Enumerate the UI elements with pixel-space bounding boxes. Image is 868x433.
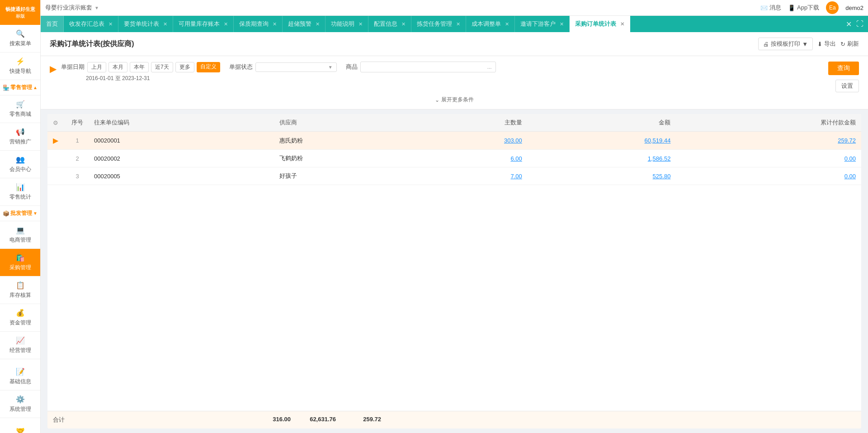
footer-label: 合计 xyxy=(53,416,65,424)
sidebar-item-purchase[interactable]: 🛍️ 采购管理 xyxy=(0,249,41,276)
quick-nav-icon: ⚡ xyxy=(16,57,25,66)
date-label: 单据日期 xyxy=(61,63,85,71)
row2-amount[interactable]: 1,586.52 xyxy=(528,150,676,167)
tab-function-desc-close[interactable]: ✕ xyxy=(359,21,363,27)
sidebar-item-member[interactable]: 👥 会员中心 xyxy=(0,151,41,178)
tab-config-info-close[interactable]: ✕ xyxy=(401,21,406,27)
row3-num: 3 xyxy=(66,167,89,185)
settings-button[interactable]: 设置 xyxy=(835,80,859,92)
tab-home[interactable]: 首页 xyxy=(41,16,64,32)
sidebar-item-system[interactable]: ⚙️ 系统管理 xyxy=(0,390,41,418)
sidebar-item-quick-nav[interactable]: ⚡ 快捷导航 xyxy=(0,52,41,80)
enterprise-icon: 🤝 xyxy=(16,426,25,433)
tab-config-info[interactable]: 配置信息 ✕ xyxy=(368,16,411,32)
data-table: ⚙ 序号 往来单位编码 供应商 xyxy=(47,114,861,185)
tab-expiry-query[interactable]: 保质期查询 ✕ xyxy=(234,16,283,32)
col-settings[interactable]: ⚙ xyxy=(47,114,66,132)
date-range-display: 2016-01-01 至 2023-12-31 xyxy=(61,75,817,82)
row2-expand[interactable] xyxy=(47,150,66,167)
stock-icon: 📋 xyxy=(16,281,25,290)
avatar[interactable]: Ea xyxy=(826,1,839,14)
row3-expand[interactable] xyxy=(47,167,66,185)
tab-pick-task[interactable]: 拣货任务管理 ✕ xyxy=(411,16,466,32)
filter-date-item: 单据日期 上月 本月 本年 近7天 更多 自定义 xyxy=(61,62,220,72)
goods-more-icon: ... xyxy=(487,64,492,70)
date-btn-last-7days[interactable]: 近7天 xyxy=(151,62,173,72)
export-button[interactable]: ⬇ 导出 xyxy=(817,40,836,48)
logo-text: 畅捷通好生意标版 xyxy=(5,6,35,19)
tab-bar-actions: ✕ ⛶ xyxy=(841,20,868,29)
query-button[interactable]: 查询 xyxy=(828,62,859,75)
row2-paid[interactable]: 0.00 xyxy=(676,150,861,167)
date-custom-tag[interactable]: 自定义 xyxy=(197,62,220,72)
tab-maximize-btn[interactable]: ⛶ xyxy=(856,20,863,28)
export-icon: ⬇ xyxy=(817,41,822,48)
date-btn-this-month[interactable]: 本月 xyxy=(108,62,127,72)
tab-invite-downstream-close[interactable]: ✕ xyxy=(560,21,564,27)
col-code: 往来单位编码 xyxy=(89,114,274,132)
row3-amount[interactable]: 525.80 xyxy=(528,167,676,185)
goods-label: 商品 xyxy=(346,63,358,71)
sidebar-item-finance[interactable]: 💰 资金管理 xyxy=(0,304,41,332)
wholesale-icon: 📦 xyxy=(3,210,9,217)
tab-overstock[interactable]: 超储预警 ✕ xyxy=(283,16,326,32)
goods-select[interactable]: ... xyxy=(360,62,496,72)
row3-paid[interactable]: 0.00 xyxy=(676,167,861,185)
message-btn[interactable]: ✉️ 消息 xyxy=(760,4,781,12)
tab-collect-send[interactable]: 收发存汇总表 ✕ xyxy=(64,16,118,32)
row1-paid[interactable]: 259.72 xyxy=(676,132,861,150)
table-row: 2 00020002 飞鹤奶粉 6.00 1,586.52 0.00 xyxy=(47,150,861,167)
sidebar-item-operation[interactable]: 📈 经营管理 xyxy=(0,332,41,359)
sidebar-item-search[interactable]: 🔍 搜索菜单 xyxy=(0,25,41,52)
tab-collect-send-label: 收发存汇总表 xyxy=(69,20,104,28)
operation-icon: 📈 xyxy=(16,336,25,345)
refresh-button[interactable]: ↻ 刷新 xyxy=(840,40,859,48)
tab-available-stock-close[interactable]: ✕ xyxy=(224,21,228,27)
row1-quantity[interactable]: 303.00 xyxy=(412,132,528,150)
sidebar-item-ecommerce[interactable]: 💻 电商管理 xyxy=(0,221,41,249)
sidebar-item-retail[interactable]: 🏪 零售管理 ▲ xyxy=(0,80,41,95)
marketing-icon: 📢 xyxy=(16,128,25,136)
table-header-row: ⚙ 序号 往来单位编码 供应商 xyxy=(47,114,861,132)
sidebar-item-retail-stats[interactable]: 📊 零售统计 xyxy=(0,178,41,206)
print-button[interactable]: 🖨 按模板打印 ▼ xyxy=(758,38,813,50)
status-select[interactable]: ▼ xyxy=(255,62,337,72)
filter-collapse-btn[interactable]: ▶ xyxy=(50,63,57,74)
tab-function-desc[interactable]: 功能说明 ✕ xyxy=(326,16,368,32)
tab-expiry-query-close[interactable]: ✕ xyxy=(273,21,277,27)
tab-goods-stats-close[interactable]: ✕ xyxy=(163,21,167,27)
retail-mall-icon: 🛒 xyxy=(16,100,25,109)
sidebar-item-enterprise[interactable]: 🤝 企业协同 xyxy=(0,422,41,433)
row3-quantity[interactable]: 7.00 xyxy=(412,167,528,185)
tab-available-stock[interactable]: 可用量库存账本 ✕ xyxy=(173,16,234,32)
tab-purchase-stats[interactable]: 采购订单统计表 ✕ xyxy=(570,16,630,32)
filter-status-item: 单据状态 ▼ xyxy=(229,62,337,72)
tab-goods-stats[interactable]: 要货单统计表 ✕ xyxy=(118,16,173,32)
workspace-selector[interactable]: 母婴行业演示账套 ▼ xyxy=(45,4,99,12)
tab-collect-send-close[interactable]: ✕ xyxy=(108,21,113,27)
footer-amount: 62,631.76 xyxy=(300,416,336,424)
sidebar-item-basic[interactable]: 📝 基础信息 xyxy=(0,363,41,390)
sidebar-item-wholesale[interactable]: 📦 批发管理 ▼ xyxy=(0,206,41,221)
tab-cost-adjust[interactable]: 成本调整单 ✕ xyxy=(466,16,515,32)
sidebar-item-retail-mall[interactable]: 🛒 零售商城 xyxy=(0,95,41,123)
col-supplier: 供应商 xyxy=(274,114,412,132)
tab-cost-adjust-close[interactable]: ✕ xyxy=(505,21,509,27)
date-btn-last-month[interactable]: 上月 xyxy=(87,62,106,72)
date-btn-more[interactable]: 更多 xyxy=(175,62,194,72)
app-download-btn[interactable]: 📱 App下载 xyxy=(788,4,819,12)
row1-amount[interactable]: 60,519.44 xyxy=(528,132,676,150)
expand-conditions-btn[interactable]: ⌄ 展开更多条件 xyxy=(435,96,474,104)
row2-quantity[interactable]: 6.00 xyxy=(412,150,528,167)
tab-close-btn[interactable]: ✕ xyxy=(846,20,852,29)
tab-purchase-stats-close[interactable]: ✕ xyxy=(620,21,624,27)
workspace-label: 母婴行业演示账套 xyxy=(45,4,92,12)
sidebar-item-marketing[interactable]: 📢 营销推广 xyxy=(0,123,41,151)
sidebar-item-stock[interactable]: 📋 库存核算 xyxy=(0,276,41,304)
tab-overstock-close[interactable]: ✕ xyxy=(316,21,320,27)
tab-pick-task-close[interactable]: ✕ xyxy=(456,21,460,27)
tab-invite-downstream[interactable]: 邀请下游客户 ✕ xyxy=(515,16,570,32)
tab-purchase-stats-label: 采购订单统计表 xyxy=(575,20,616,28)
row1-expand[interactable]: ▶ xyxy=(47,132,66,150)
date-btn-this-year[interactable]: 本年 xyxy=(130,62,149,72)
